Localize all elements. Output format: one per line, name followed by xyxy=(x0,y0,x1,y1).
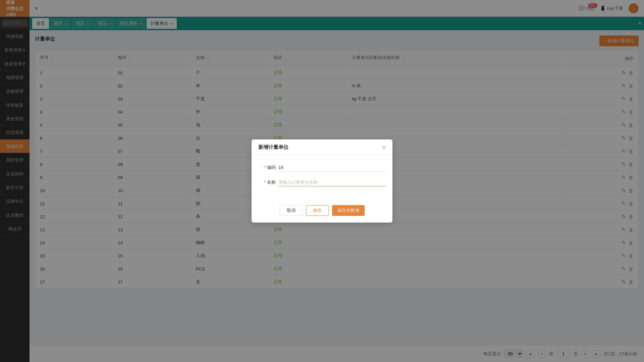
save-button[interactable]: 保存 xyxy=(306,205,329,216)
modal-overlay[interactable]: 新增计量单位 × * 编码 * 名称 取消 保存 保存并新增 xyxy=(0,0,644,362)
form-code-required: * xyxy=(264,165,266,170)
modal-header: 新增计量单位 × xyxy=(252,139,392,156)
form-code-label: * 编码 xyxy=(258,165,278,171)
add-unit-modal: 新增计量单位 × * 编码 * 名称 取消 保存 保存并新增 xyxy=(252,139,392,223)
modal-body: * 编码 * 名称 xyxy=(252,156,392,201)
cancel-button[interactable]: 取消 xyxy=(280,205,303,216)
form-row-code: * 编码 xyxy=(258,164,386,172)
modal-title: 新增计量单位 xyxy=(258,144,288,150)
form-row-name: * 名称 xyxy=(258,178,386,186)
form-name-input[interactable] xyxy=(278,178,386,186)
form-name-required: * xyxy=(264,180,266,185)
form-name-label: * 名称 xyxy=(258,179,278,185)
save-add-button[interactable]: 保存并新增 xyxy=(332,205,365,216)
modal-close-button[interactable]: × xyxy=(382,144,386,150)
form-code-input[interactable] xyxy=(278,164,386,172)
modal-footer: 取消 保存 保存并新增 xyxy=(252,201,392,223)
